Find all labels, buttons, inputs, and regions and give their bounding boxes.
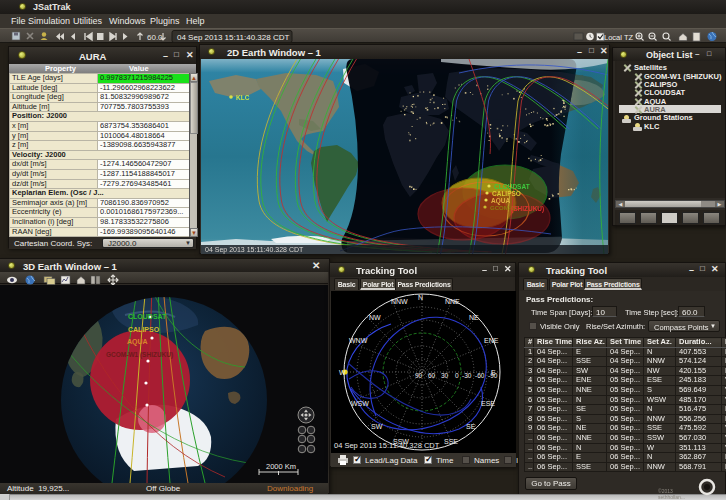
svg-text:W: W bbox=[339, 369, 346, 376]
svg-text:-90: -90 bbox=[488, 372, 498, 379]
svg-text:60: 60 bbox=[428, 372, 436, 379]
svg-text:30: 30 bbox=[441, 372, 449, 379]
svg-text:CALIPSO: CALIPSO bbox=[128, 326, 160, 333]
svg-text:0: 0 bbox=[455, 372, 459, 379]
svg-text:ESE: ESE bbox=[481, 400, 495, 407]
svg-text:WSW: WSW bbox=[351, 400, 369, 407]
svg-text:60.0: 60.0 bbox=[147, 33, 163, 42]
svg-text:CLOUDSAT: CLOUDSAT bbox=[494, 183, 530, 190]
svg-text:SW: SW bbox=[371, 423, 383, 430]
svg-text:SSE: SSE bbox=[444, 438, 458, 445]
svg-text:NNE: NNE bbox=[445, 298, 460, 305]
svg-text:-30: -30 bbox=[462, 372, 472, 379]
svg-text:ENE: ENE bbox=[484, 337, 499, 344]
svg-text:NE: NE bbox=[469, 314, 479, 321]
svg-text:Local TZ: Local TZ bbox=[604, 33, 633, 42]
svg-text:AQUA: AQUA bbox=[491, 197, 510, 205]
svg-text:N: N bbox=[418, 294, 423, 301]
svg-text:CALIPSO: CALIPSO bbox=[492, 190, 521, 197]
svg-text:04 Sep 2013 15:11:40.328 CDT: 04 Sep 2013 15:11:40.328 CDT bbox=[177, 33, 289, 42]
svg-text:2000 Km: 2000 Km bbox=[266, 462, 296, 471]
svg-text:NW: NW bbox=[369, 314, 381, 321]
svg-text:04 Sep 2013 15:11:40.328 CDT: 04 Sep 2013 15:11:40.328 CDT bbox=[205, 246, 304, 254]
svg-text:WNW: WNW bbox=[349, 337, 368, 344]
svg-text:KLC: KLC bbox=[236, 94, 250, 101]
svg-text:04 Sep 2013 15:11:40.328 CDT: 04 Sep 2013 15:11:40.328 CDT bbox=[334, 441, 440, 450]
svg-text:SE: SE bbox=[466, 423, 476, 430]
svg-text:GCOM-W1 (SHIZUKU): GCOM-W1 (SHIZUKU) bbox=[106, 351, 173, 359]
svg-text:(SHIZUKU): (SHIZUKU) bbox=[511, 205, 544, 213]
svg-text:90: 90 bbox=[415, 372, 423, 379]
svg-text:-60: -60 bbox=[475, 372, 485, 379]
svg-text:AQUA: AQUA bbox=[127, 338, 148, 346]
svg-text:CLOUDSAT: CLOUDSAT bbox=[128, 313, 167, 320]
svg-text:NNW: NNW bbox=[391, 298, 408, 305]
